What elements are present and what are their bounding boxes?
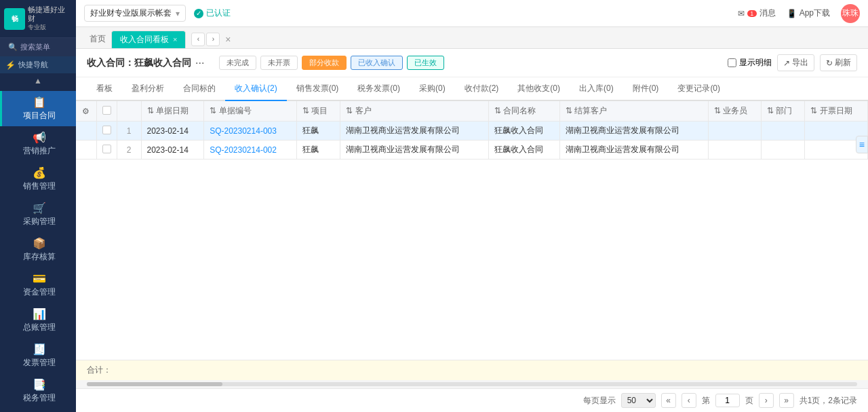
col-contract-header[interactable]: ⇅ 合同名称 — [488, 101, 559, 121]
messages-badge: 1 — [747, 10, 757, 17]
status-btn-no-invoice[interactable]: 未开票 — [260, 56, 298, 70]
pagination-last-btn[interactable]: » — [779, 393, 794, 408]
col-gear[interactable]: ⚙ — [76, 101, 96, 121]
show-detail-input[interactable] — [728, 58, 736, 67]
row-no-link[interactable]: SQ-20230214-003 — [210, 126, 277, 136]
subtab-revenue-confirm[interactable]: 收入确认(2) — [225, 77, 287, 101]
status-btn-partial-payment[interactable]: 部分收款 — [302, 56, 347, 70]
pagination-next-btn[interactable]: › — [759, 393, 774, 408]
subtab-contract-subject[interactable]: 合同标的 — [174, 77, 225, 101]
checkbox-all[interactable] — [102, 106, 111, 115]
subtabs: 看板 盈利分析 合同标的 收入确认(2) 销售发票(0) 税务发票(0) 采购(… — [76, 77, 868, 101]
show-detail-checkbox[interactable]: 显示明细 — [728, 57, 772, 69]
pagination-first-btn[interactable]: « — [661, 393, 676, 408]
quick-nav[interactable]: ⚡ 快捷导航 — [0, 56, 76, 73]
messages-btn[interactable]: ✉ 1 消息 — [738, 7, 776, 19]
certified-label: 已认证 — [206, 7, 231, 19]
table-row[interactable]: 2 2023-02-14 SQ-20230214-002 狂飙 湖南卫视商业运营… — [76, 141, 868, 160]
horizontal-scrollbar[interactable] — [76, 380, 868, 388]
row-checkbox[interactable] — [96, 121, 117, 141]
col-salesman-header[interactable]: ⇅ 业务员 — [708, 101, 761, 121]
subtab-tax-invoice[interactable]: 税务发票(0) — [348, 77, 410, 101]
show-detail-label: 显示明细 — [739, 57, 772, 69]
col-project-header[interactable]: ⇅ 项目 — [296, 101, 340, 121]
sidebar-item-purchase[interactable]: 🛒 采购管理 — [0, 197, 76, 232]
sidebar-item-sales[interactable]: 💰 销售管理 — [0, 162, 76, 197]
funds-icon: 💳 — [33, 272, 46, 285]
col-settle-header[interactable]: ⇅ 结算客户 — [560, 101, 709, 121]
page-unit-label: 页 — [745, 395, 753, 407]
row-checkbox-input[interactable] — [102, 126, 111, 134]
topbar: 好业财专业版展示帐套 ▾ 已认证 ✉ 1 消息 📱 App下载 珠珠 — [76, 0, 868, 27]
more-options-btn[interactable]: ··· — [191, 57, 208, 69]
col-no-header[interactable]: ⇅ 单据编号 — [204, 101, 297, 121]
scrollbar-thumb[interactable] — [87, 382, 222, 386]
page-number-input[interactable] — [715, 394, 740, 407]
sidebar-item-label: 税务管理 — [23, 392, 56, 404]
sidebar-item-inventory[interactable]: 📦 库存核算 — [0, 232, 76, 267]
subtab-inout[interactable]: 出入库(0) — [570, 77, 623, 101]
row-checkbox[interactable] — [96, 141, 117, 160]
sidebar-scroll-up[interactable]: ▲ — [0, 73, 76, 88]
app-edition: 专业版 — [28, 23, 72, 32]
col-customer-header[interactable]: ⇅ 客户 — [340, 101, 489, 121]
tab-home[interactable]: 首页 — [84, 31, 111, 48]
row-checkbox-input[interactable] — [102, 145, 111, 153]
tab-next-btn[interactable]: › — [206, 33, 220, 46]
col-billdate-header[interactable]: ⇅ 开票日期 — [805, 101, 868, 121]
sidebar-item-assets[interactable]: 🏢 固定资产 — [0, 409, 76, 412]
sidebar-item-project[interactable]: 📋 项目合同 — [0, 91, 76, 126]
sidebar-item-invoice[interactable]: 🧾 发票管理 — [0, 338, 76, 373]
subtab-payment[interactable]: 收付款(2) — [455, 77, 509, 101]
subtab-attachment[interactable]: 附件(0) — [623, 77, 669, 101]
user-name: 珠珠 — [842, 7, 859, 19]
status-btn-effective[interactable]: 已生效 — [407, 56, 444, 70]
close-tab-icon[interactable]: × — [173, 35, 177, 43]
pagination-prev-btn[interactable]: ‹ — [682, 393, 696, 408]
status-btn-confirmed[interactable]: 已收入确认 — [351, 56, 403, 70]
subtab-purchase[interactable]: 采购(0) — [410, 77, 455, 101]
refresh-icon: ↻ — [826, 58, 833, 68]
row-num: 2 — [117, 141, 141, 160]
row-contract: 狂飙收入合同 — [488, 141, 559, 160]
subtab-changes[interactable]: 变更记录(0) — [668, 77, 730, 101]
col-date-header[interactable]: ⇅ 单据日期 — [141, 101, 204, 121]
subtab-board[interactable]: 看板 — [87, 77, 122, 101]
sidebar-item-marketing[interactable]: 📢 营销推广 — [0, 126, 76, 162]
sidebar-item-funds[interactable]: 💳 资金管理 — [0, 267, 76, 303]
tab-contract-board[interactable]: 收入合同看板 × — [111, 31, 186, 48]
table-row[interactable]: 1 2023-02-14 SQ-20230214-003 狂飙 湖南卫视商业运营… — [76, 121, 868, 141]
avatar: 珠珠 — [841, 4, 860, 23]
scrollbar-track — [87, 382, 857, 386]
row-no[interactable]: SQ-20230214-003 — [204, 121, 297, 141]
subtab-profit[interactable]: 盈利分析 — [122, 77, 174, 101]
sidebar-item-label: 总账管理 — [23, 322, 56, 333]
home-label: 首页 — [90, 34, 106, 43]
sidebar-item-label: 发票管理 — [23, 357, 56, 369]
row-no[interactable]: SQ-20230214-002 — [204, 141, 297, 160]
col-dept-header[interactable]: ⇅ 部门 — [762, 101, 805, 121]
search-label: 搜索菜单 — [20, 42, 50, 52]
status-btn-incomplete[interactable]: 未完成 — [219, 56, 256, 70]
subtab-sales-invoice[interactable]: 销售发票(0) — [287, 77, 349, 101]
col-checkbox-all[interactable] — [96, 101, 117, 121]
app-download-btn[interactable]: 📱 App下载 — [787, 7, 830, 19]
user-avatar-btn[interactable]: 珠珠 — [841, 4, 860, 23]
row-no-link[interactable]: SQ-20230214-002 — [210, 145, 277, 155]
export-btn[interactable]: ↗ 导出 — [777, 54, 814, 71]
sidebar-item-general[interactable]: 📊 总账管理 — [0, 303, 76, 338]
page-number-label: 第 — [702, 395, 710, 407]
search-menu[interactable]: 🔍 搜索菜单 — [0, 38, 76, 56]
company-selector[interactable]: 好业财专业版展示帐套 ▾ — [84, 5, 186, 22]
refresh-btn[interactable]: ↻ 刷新 — [820, 54, 857, 71]
right-sidebar-btn[interactable]: ≡ — [856, 136, 868, 153]
tab-nav-arrows: ‹ › × — [191, 33, 235, 46]
tax-icon: 📑 — [33, 378, 46, 391]
tab-close-btn[interactable]: × — [221, 33, 235, 46]
per-page-select[interactable]: 50 10 20 100 — [621, 393, 656, 408]
sidebar-item-tax[interactable]: 📑 税务管理 — [0, 373, 76, 409]
row-date: 2023-02-14 — [141, 121, 204, 141]
sidebar-item-label: 销售管理 — [23, 181, 56, 192]
tab-prev-btn[interactable]: ‹ — [191, 33, 205, 46]
subtab-other[interactable]: 其他收支(0) — [508, 77, 570, 101]
